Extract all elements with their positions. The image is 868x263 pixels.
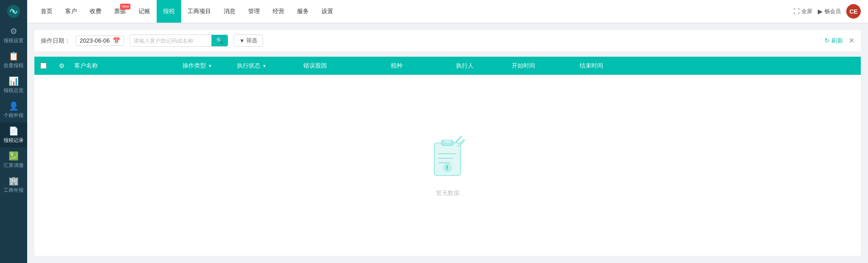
tax-settings-icon: ⚙ (10, 27, 17, 35)
date-value: 2023-06-06 (80, 37, 110, 44)
sidebar-item-personal-tax[interactable]: 👤 个税申报 (0, 97, 27, 122)
sidebar-item-tax-settings[interactable]: ⚙ 报税设置 (0, 23, 27, 48)
sidebar-item-label: 报税总览 (4, 87, 24, 94)
search-input[interactable] (130, 36, 211, 46)
nav-operations[interactable]: 经营 (266, 0, 291, 23)
tax-records-icon: 📄 (9, 127, 19, 135)
th-executor: 执行人 (442, 57, 487, 75)
date-picker[interactable]: 2023-06-06 📅 (76, 35, 124, 46)
svg-marker-11 (459, 139, 465, 145)
sidebar: ⚙ 报税设置 📋 批量报税 📊 报税总览 👤 个税申报 📄 报税记录 💹 汇算清… (0, 0, 27, 263)
nav-customer[interactable]: 客户 (59, 0, 83, 23)
svg-point-1 (12, 10, 14, 12)
page-content: 操作日期： 2023-06-06 📅 🔍 ▼ 筛选 ↻ 刷新 ✕ (27, 23, 868, 263)
fullscreen-icon: ⛶ (793, 8, 800, 15)
filter-bar: 操作日期： 2023-06-06 📅 🔍 ▼ 筛选 ↻ 刷新 ✕ (34, 30, 861, 51)
nav-message[interactable]: 消息 (217, 0, 242, 23)
sort-icon-op-type: ▼ (208, 63, 212, 68)
th-customer: 客户名称 (71, 57, 170, 75)
sidebar-item-batch-tax[interactable]: 📋 批量报税 (0, 48, 27, 73)
empty-illustration: ! (425, 134, 470, 184)
search-icon: 🔍 (216, 37, 223, 44)
sidebar-item-label: 工商年报 (4, 187, 24, 194)
th-error-reason: 错误股因 (279, 57, 351, 75)
empty-state: ! 暂无数据 (425, 134, 470, 197)
nav-billing[interactable]: 收费 (83, 0, 108, 23)
close-button[interactable]: ✕ (849, 36, 854, 45)
sidebar-item-label: 个税申报 (4, 112, 24, 119)
search-box: 🔍 (129, 34, 228, 47)
table-body: ! 暂无数据 (34, 75, 861, 256)
th-tax-type: 税种 (351, 57, 442, 75)
new-badge: new (120, 4, 130, 10)
nav-menu: 首页 客户 收费 票据 new 记账 报税 工商项目 消息 (34, 0, 793, 23)
sidebar-item-settlement[interactable]: 💹 汇算清缴 (0, 147, 27, 172)
th-end-time: 结束时间 (560, 57, 623, 75)
th-exec-status: 执行状态 ▼ (225, 57, 279, 75)
sidebar-item-annual-report[interactable]: 🏢 工商年报 (0, 172, 27, 197)
date-label: 操作日期： (41, 37, 70, 45)
nav-accounting[interactable]: 记账 (132, 0, 157, 23)
table-header: ⚙ 客户名称 操作类型 ▼ 执行状态 ▼ 错误股因 税种 (34, 57, 861, 75)
member-button[interactable]: ▶ 畅会员 (818, 8, 841, 15)
svg-text:!: ! (446, 164, 448, 171)
nav-invoice[interactable]: 票据 new (108, 0, 132, 23)
svg-line-10 (456, 136, 461, 142)
sidebar-logo (0, 0, 27, 23)
avatar[interactable]: CE (846, 4, 861, 19)
nav-manage[interactable]: 管理 (242, 0, 266, 23)
personal-tax-icon: 👤 (9, 102, 19, 110)
refresh-button[interactable]: ↻ 刷新 (825, 37, 843, 45)
nav-settings[interactable]: 设置 (315, 0, 340, 23)
empty-text: 暂无数据 (436, 189, 460, 197)
th-start-time: 开始时间 (487, 57, 560, 75)
sidebar-item-label: 批量报税 (4, 62, 24, 69)
select-all-checkbox[interactable] (40, 63, 47, 69)
th-op-type: 操作类型 ▼ (170, 57, 225, 75)
refresh-icon: ↻ (825, 37, 830, 44)
nav-bizproject[interactable]: 工商项目 (181, 0, 217, 23)
column-settings-icon[interactable]: ⚙ (59, 62, 65, 69)
fullscreen-button[interactable]: ⛶ 全屏 (793, 8, 812, 15)
sidebar-item-label: 汇算清缴 (4, 162, 24, 169)
filter-button[interactable]: ▼ 筛选 (234, 34, 264, 47)
nav-tax[interactable]: 报税 (157, 0, 181, 23)
sidebar-item-label: 报税设置 (4, 37, 24, 44)
filter-icon: ▼ (240, 38, 245, 44)
sidebar-item-tax-records[interactable]: 📄 报税记录 (0, 122, 27, 147)
svg-rect-4 (444, 139, 451, 143)
data-table: ⚙ 客户名称 操作类型 ▼ 执行状态 ▼ 错误股因 税种 (34, 57, 861, 256)
settlement-icon: 💹 (9, 152, 19, 160)
top-navigation: 首页 客户 收费 票据 new 记账 报税 工商项目 消息 (27, 0, 868, 23)
nav-home[interactable]: 首页 (34, 0, 59, 23)
member-icon: ▶ (818, 8, 823, 15)
nav-service[interactable]: 服务 (291, 0, 315, 23)
calendar-icon: 📅 (113, 37, 120, 44)
topnav-right: ⛶ 全屏 ▶ 畅会员 CE (793, 4, 861, 19)
search-button[interactable]: 🔍 (211, 35, 228, 46)
main-area: 首页 客户 收费 票据 new 记账 报税 工商项目 消息 (27, 0, 868, 263)
annual-report-icon: 🏢 (9, 177, 19, 185)
sort-icon-exec-status: ▼ (262, 63, 267, 68)
tax-summary-icon: 📊 (9, 77, 19, 85)
th-checkbox (34, 57, 53, 75)
th-settings: ⚙ (53, 57, 71, 75)
batch-tax-icon: 📋 (9, 52, 19, 60)
sidebar-item-label: 报税记录 (4, 137, 24, 144)
sidebar-item-tax-summary[interactable]: 📊 报税总览 (0, 73, 27, 97)
